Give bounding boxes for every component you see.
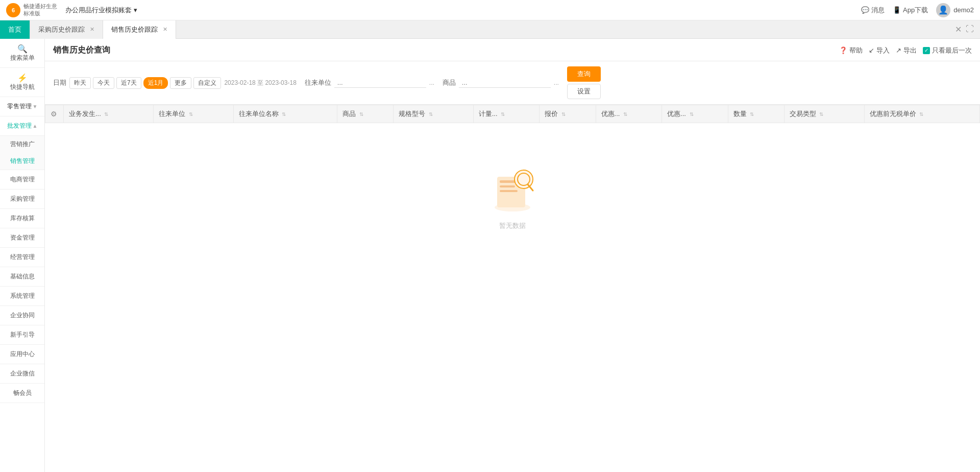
col-partner-name[interactable]: 往来单位名称 ⇅ <box>233 105 337 123</box>
table-area: ⚙ 业务发生... ⇅ 往来单位 ⇅ 往来单位名称 ⇅ <box>45 105 980 472</box>
col-product[interactable]: 商品 ⇅ <box>337 105 393 123</box>
col-spec[interactable]: 规格型号 ⇅ <box>394 105 474 123</box>
setting-button[interactable]: 设置 <box>567 84 601 99</box>
sidebar-item-basic-info[interactable]: 基础信息 <box>0 267 44 287</box>
import-icon: ↙ <box>869 46 874 54</box>
logo-text: 畅捷通好生意 标准版 <box>23 3 57 16</box>
sidebar-item-system[interactable]: 系统管理 <box>0 287 44 306</box>
sidebar-item-finance[interactable]: 资金管理 <box>0 228 44 248</box>
partner-filter-group: 往来单位 ... <box>305 78 434 88</box>
sidebar-item-wholesale-mgmt[interactable]: 批发管理 ▲ <box>0 116 44 136</box>
search-icon: 🔍 <box>0 44 44 54</box>
chevron-down-icon: ▼ <box>33 104 38 109</box>
partner-more-icon[interactable]: ... <box>429 79 434 86</box>
empty-state: 暂无数据 <box>45 123 980 271</box>
sort-icon: ⇅ <box>501 111 505 117</box>
sort-icon: ⇅ <box>104 111 108 117</box>
col-business-date[interactable]: 业务发生... ⇅ <box>64 105 154 123</box>
sidebar-item-member[interactable]: 畅会员 <box>0 384 44 403</box>
col-partner-code[interactable]: 往来单位 ⇅ <box>154 105 234 123</box>
sort-icon: ⇅ <box>359 111 363 117</box>
query-button[interactable]: 查询 <box>567 66 601 82</box>
main-layout: 🔍 搜索菜单 ⚡ 快捷导航 零售管理 ▼ 批发管理 ▲ 营销推广 销售管理 电商… <box>0 39 980 472</box>
export-icon: ↗ <box>896 46 901 54</box>
page-title: 销售历史价查询 <box>53 45 110 56</box>
message-button[interactable]: 💬 消息 <box>861 6 885 15</box>
user-area[interactable]: 👤 demo2 <box>936 3 974 17</box>
date-btn-yesterday[interactable]: 昨天 <box>69 77 91 89</box>
tab-purchase-history[interactable]: 采购历史价跟踪 ✕ <box>30 20 103 39</box>
import-button[interactable]: ↙ 导入 <box>869 46 890 55</box>
page-title-row: 销售历史价查询 ❓ 帮助 ↙ 导入 ↗ 导出 ✓ <box>53 45 972 61</box>
date-btn-today[interactable]: 今天 <box>93 77 114 89</box>
col-pretax-price[interactable]: 优惠前无税单价 ⇅ <box>864 105 979 123</box>
date-range: 2023-02-18 至 2023-03-18 <box>224 79 296 87</box>
tab-close-sales[interactable]: ✕ <box>163 26 167 33</box>
sidebar-item-new-guide[interactable]: 新手引导 <box>0 325 44 345</box>
filter-bar: 日期 昨天 今天 近7天 近1月 更多 自定义 2023-02-18 至 202… <box>45 61 980 105</box>
sidebar-item-sales-mgmt[interactable]: 销售管理 <box>0 153 44 170</box>
col-transaction-type[interactable]: 交易类型 ⇅ <box>784 105 864 123</box>
date-btn-custom[interactable]: 自定义 <box>193 77 221 89</box>
sidebar-item-operations[interactable]: 经营管理 <box>0 248 44 267</box>
sidebar-item-marketing[interactable]: 营销推广 <box>0 136 44 153</box>
header-left: 6 畅捷通好生意 标准版 办公用品行业模拟账套 ▾ <box>6 3 141 17</box>
empty-text: 暂无数据 <box>499 221 526 230</box>
tab-sales-history[interactable]: 销售历史价跟踪 ✕ <box>103 20 176 39</box>
only-last-checkbox-label[interactable]: ✓ 只看最后一次 <box>923 46 972 55</box>
sidebar-item-app-center[interactable]: 应用中心 <box>0 345 44 364</box>
sidebar-item-purchase[interactable]: 采购管理 <box>0 190 44 209</box>
col-unit[interactable]: 计量... ⇅ <box>473 105 540 123</box>
avatar: 👤 <box>936 3 950 17</box>
sort-icon: ⇅ <box>282 111 286 117</box>
app-selector[interactable]: 办公用品行业模拟账套 ▾ <box>61 4 141 17</box>
logo-area: 6 畅捷通好生意 标准版 <box>6 3 57 17</box>
app-download-button[interactable]: 📱 App下载 <box>893 6 928 15</box>
window-close-icon[interactable]: ✕ <box>955 25 962 34</box>
sort-icon: ⇅ <box>819 111 823 117</box>
product-filter-group: 商品 ... <box>443 78 559 88</box>
table-settings-icon[interactable]: ⚙ <box>51 110 57 118</box>
sidebar-item-enterprise-wechat[interactable]: 企业微信 <box>0 364 44 384</box>
date-btn-1month[interactable]: 近1月 <box>143 77 168 89</box>
data-table: ⚙ 业务发生... ⇅ 往来单位 ⇅ 往来单位名称 ⇅ <box>45 105 980 123</box>
filter-actions: 查询 设置 <box>567 66 601 99</box>
tab-close-purchase[interactable]: ✕ <box>90 26 94 33</box>
tab-home[interactable]: 首页 <box>0 20 30 39</box>
sidebar-item-enterprise-collab[interactable]: 企业协同 <box>0 306 44 325</box>
page-actions: ❓ 帮助 ↙ 导入 ↗ 导出 ✓ 只看最后一次 <box>839 46 972 55</box>
message-icon: 💬 <box>861 6 869 14</box>
product-more-icon[interactable]: ... <box>554 79 559 86</box>
col-discount1[interactable]: 优惠... ⇅ <box>596 105 662 123</box>
help-button[interactable]: ❓ 帮助 <box>839 46 863 55</box>
sidebar-item-inventory[interactable]: 库存核算 <box>0 209 44 228</box>
partner-input[interactable] <box>334 78 426 88</box>
export-button[interactable]: ↗ 导出 <box>896 46 917 55</box>
sidebar-item-search-menu[interactable]: 🔍 搜索菜单 <box>0 39 44 68</box>
sort-icon: ⇅ <box>429 111 433 117</box>
sort-icon: ⇅ <box>189 111 193 117</box>
date-buttons: 昨天 今天 近7天 近1月 更多 自定义 <box>69 77 221 89</box>
partner-label: 往来单位 <box>305 78 331 87</box>
only-last-checkbox[interactable]: ✓ <box>923 47 930 54</box>
top-header: 6 畅捷通好生意 标准版 办公用品行业模拟账套 ▾ 💬 消息 📱 App下载 👤… <box>0 0 980 20</box>
sort-icon: ⇅ <box>623 111 627 117</box>
date-btn-more[interactable]: 更多 <box>170 77 191 89</box>
sidebar-item-retail-mgmt[interactable]: 零售管理 ▼ <box>0 97 44 116</box>
sort-icon: ⇅ <box>690 111 694 117</box>
col-settings: ⚙ <box>45 105 64 123</box>
date-btn-7days[interactable]: 近7天 <box>116 77 141 89</box>
col-quoted-price[interactable]: 报价 ⇅ <box>540 105 596 123</box>
col-discount2[interactable]: 优惠... ⇅ <box>662 105 728 123</box>
window-maximize-icon[interactable]: ⛶ <box>966 25 974 34</box>
sidebar: 🔍 搜索菜单 ⚡ 快捷导航 零售管理 ▼ 批发管理 ▲ 营销推广 销售管理 电商… <box>0 39 45 472</box>
sidebar-item-ecommerce[interactable]: 电商管理 <box>0 170 44 190</box>
empty-illustration <box>487 164 538 215</box>
svg-rect-4 <box>500 190 518 192</box>
product-input[interactable] <box>459 78 551 88</box>
sort-icon: ⇅ <box>919 111 923 117</box>
sidebar-item-quick-nav[interactable]: ⚡ 快捷导航 <box>0 68 44 97</box>
download-icon: 📱 <box>893 6 901 14</box>
page-header: 销售历史价查询 ❓ 帮助 ↙ 导入 ↗ 导出 ✓ <box>45 39 980 61</box>
col-quantity[interactable]: 数量 ⇅ <box>728 105 784 123</box>
